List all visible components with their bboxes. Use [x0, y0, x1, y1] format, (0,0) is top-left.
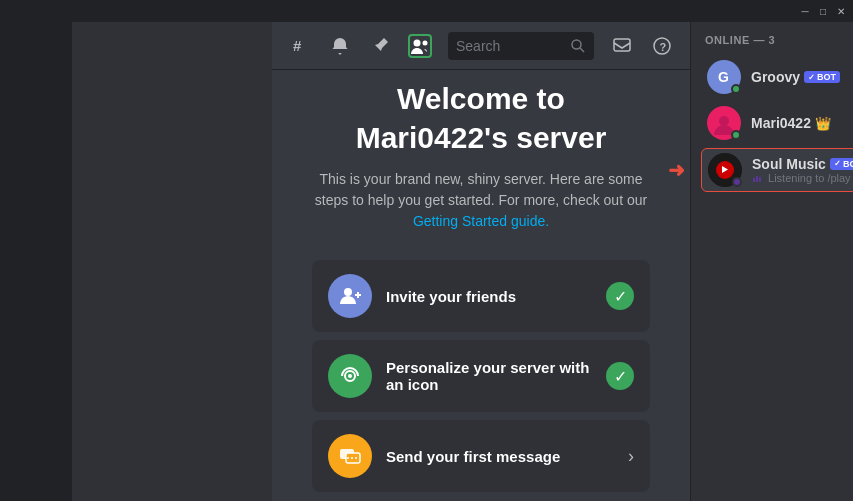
task-item-personalize[interactable]: Personalize your server with an icon ✓: [312, 340, 650, 412]
task-check-invite: ✓: [606, 282, 634, 310]
member-name-soul: Soul Music: [752, 156, 826, 172]
status-dot-mari: [731, 130, 741, 140]
bot-badge-soul: ✓ BOT: [830, 158, 853, 170]
avatar-wrap-soul: [708, 153, 742, 187]
member-status-soul: Listening to /play: [752, 172, 853, 184]
svg-text:#: #: [293, 37, 302, 54]
task-arrow-message: ›: [628, 446, 634, 467]
svg-rect-24: [753, 178, 755, 182]
task-label-personalize: Personalize your server with an icon: [386, 359, 592, 393]
member-item-groovy[interactable]: G Groovy ✓ BOT: [701, 56, 853, 98]
svg-point-21: [719, 116, 729, 126]
svg-point-8: [344, 288, 352, 296]
member-item-soul[interactable]: ➜ Soul Music ✓ BOT: [701, 148, 853, 192]
member-name-row-soul: Soul Music ✓ BOT: [752, 156, 853, 172]
inbox-icon[interactable]: [610, 34, 634, 58]
task-check-personalize: ✓: [606, 362, 634, 390]
crown-icon-mari: 👑: [815, 116, 831, 131]
hashtag-icon[interactable]: #: [288, 34, 312, 58]
member-name-mari: Mari0422: [751, 115, 811, 131]
help-icon[interactable]: ?: [650, 34, 674, 58]
getting-started-link[interactable]: Getting Started guide.: [413, 213, 549, 229]
avatar-wrap-groovy: G: [707, 60, 741, 94]
pin-icon[interactable]: [368, 34, 392, 58]
svg-point-16: [351, 457, 353, 459]
svg-point-2: [423, 40, 428, 45]
svg-text:G: G: [718, 69, 729, 85]
svg-rect-26: [759, 177, 761, 182]
app-layout: # Searc: [0, 22, 853, 501]
svg-point-15: [347, 457, 349, 459]
welcome-description: This is your brand new, shiny server. He…: [312, 169, 650, 232]
right-sidebar: ONLINE — 3 G Groovy ✓ BOT: [690, 22, 853, 501]
task-label-message: Send your first message: [386, 448, 614, 465]
member-info-groovy: Groovy ✓ BOT: [751, 69, 853, 85]
online-header: ONLINE — 3: [701, 34, 853, 46]
member-info-mari: Mari0422 👑: [751, 115, 853, 131]
member-name-row-mari: Mari0422 👑: [751, 115, 853, 131]
task-label-invite: Invite your friends: [386, 288, 592, 305]
search-placeholder: Search: [456, 38, 564, 54]
member-name-groovy: Groovy: [751, 69, 800, 85]
member-name-row-groovy: Groovy ✓ BOT: [751, 69, 853, 85]
toolbar: # Searc: [272, 22, 690, 70]
welcome-area: Welcome to Mari0422's server This is you…: [272, 70, 690, 501]
task-item-invite[interactable]: Invite your friends ✓: [312, 260, 650, 332]
welcome-title: Welcome to Mari0422's server: [356, 79, 607, 157]
member-info-soul: Soul Music ✓ BOT Listening to /play: [752, 156, 853, 184]
title-bar: ─ □ ✕: [0, 0, 853, 22]
task-icon-invite: [328, 274, 372, 318]
svg-point-3: [572, 40, 581, 49]
close-button[interactable]: ✕: [835, 5, 847, 17]
task-icon-personalize: [328, 354, 372, 398]
svg-point-17: [355, 457, 357, 459]
server-sidebar: [0, 22, 72, 501]
svg-point-12: [348, 374, 352, 378]
main-content: # Searc: [272, 22, 690, 501]
search-box[interactable]: Search: [448, 32, 594, 60]
member-item-mari[interactable]: Mari0422 👑: [701, 102, 853, 144]
task-list: Invite your friends ✓ Personalize your s…: [312, 260, 650, 492]
avatar-wrap-mari: [707, 106, 741, 140]
svg-text:?: ?: [660, 40, 667, 52]
maximize-button[interactable]: □: [817, 5, 829, 17]
bell-icon[interactable]: [328, 34, 352, 58]
svg-point-1: [414, 39, 421, 46]
status-dot-groovy: [731, 84, 741, 94]
status-dot-soul: [732, 177, 742, 187]
search-icon: [570, 38, 586, 54]
bot-badge-groovy: ✓ BOT: [804, 71, 840, 83]
task-icon-message: [328, 434, 372, 478]
svg-rect-25: [756, 176, 758, 182]
minimize-button[interactable]: ─: [799, 5, 811, 17]
task-item-message[interactable]: Send your first message ›: [312, 420, 650, 492]
channel-sidebar: [72, 22, 272, 501]
arrow-indicator: ➜: [668, 158, 685, 182]
members-icon[interactable]: [408, 34, 432, 58]
svg-line-4: [580, 48, 584, 52]
